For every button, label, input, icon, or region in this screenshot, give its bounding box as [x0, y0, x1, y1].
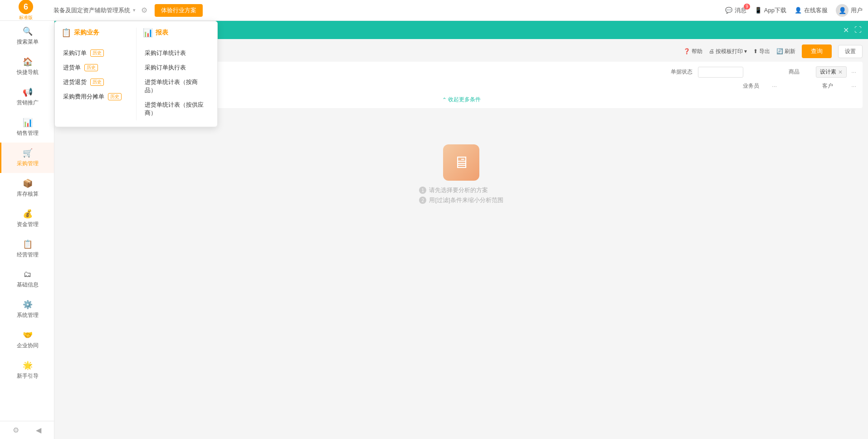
settings-button[interactable]: 设置 — [838, 45, 863, 58]
sidebar-item-label: 采购管理 — [17, 160, 39, 168]
empty-step-1: 1 请先选择要分析的方案 — [419, 186, 503, 194]
refresh-icon: 🔄 — [776, 48, 783, 54]
dropdown-item-po-stats[interactable]: 采购订单统计表 — [143, 46, 211, 60]
finance-icon: 💰 — [23, 209, 33, 219]
online-service-group[interactable]: 👤 在线客服 — [795, 6, 828, 15]
sidebar-item-enterprise[interactable]: 🤝 企业协同 — [0, 325, 54, 355]
user-label: 用户 — [851, 6, 863, 15]
online-service-label: 在线客服 — [804, 6, 828, 15]
sidebar-item-label: 搜索菜单 — [17, 38, 39, 46]
doc-status-select[interactable] — [698, 67, 743, 78]
avatar: 👤 — [836, 4, 848, 17]
step-1-label: 请先选择要分析的方案 — [429, 186, 488, 194]
dropdown-item-goods-receipt[interactable]: 进货单 历史 — [61, 60, 130, 75]
industry-solution-button[interactable]: 体验行业方案 — [155, 4, 203, 17]
history-badge-purchase-order[interactable]: 历史 — [90, 49, 104, 57]
home-icon: 🏠 — [23, 57, 33, 67]
sidebar-item-newbie[interactable]: 🌟 新手引导 — [0, 355, 54, 385]
doc-status-label: 单据状态 — [671, 68, 693, 76]
business-header-label: 采购业务 — [74, 29, 99, 37]
dropdown-item-goods-return[interactable]: 进货退货 历史 — [61, 75, 130, 89]
po-exec-label: 采购订单执行表 — [145, 64, 186, 72]
refresh-button[interactable]: 🔄 刷新 — [776, 48, 795, 55]
customer-more-icon[interactable]: ··· — [851, 83, 856, 89]
search-icon: 🔍 — [23, 26, 33, 36]
system-icon: ⚙️ — [23, 300, 33, 310]
operations-icon: 📋 — [23, 239, 33, 249]
phone-icon: 📱 — [755, 7, 762, 14]
enterprise-icon: 🤝 — [23, 330, 33, 340]
collapse-sidebar-icon[interactable]: ◀ — [36, 426, 41, 434]
tab-bar-actions: ✕ ⛶ — [841, 24, 868, 36]
print-button[interactable]: 🖨 按模板打印 ▾ — [709, 48, 747, 55]
po-stats-label: 采购订单统计表 — [145, 49, 186, 57]
logo-text: 标准版 — [19, 15, 33, 21]
sidebar-bottom: ⚙ ◀ — [0, 421, 54, 439]
messages-badge: 9 — [744, 4, 750, 10]
app-download-group[interactable]: 📱 App下载 — [755, 6, 786, 15]
dropdown-item-receipt-stats-supplier[interactable]: 进货单统计表（按供应商） — [143, 98, 211, 120]
purchase-dropdown-menu: 📋 采购业务 采购订单 历史 进货单 历史 进货退货 历史 采购费用分摊单 历史… — [54, 21, 218, 127]
empty-step-2: 2 用[过滤]条件来缩小分析范围 — [419, 196, 503, 204]
dropdown-item-po-exec[interactable]: 采购订单执行表 — [143, 60, 211, 75]
history-badge-goods-receipt[interactable]: 历史 — [84, 64, 98, 71]
sidebar-item-basic-info[interactable]: 🗂 基础信息 — [0, 264, 54, 294]
newbie-icon: 🌟 — [23, 360, 33, 370]
business-header-icon: 📋 — [61, 28, 71, 38]
purchase-order-label: 采购订单 — [63, 49, 87, 57]
basic-info-icon: 🗂 — [24, 270, 32, 279]
purchase-business-header: 📋 采购业务 — [61, 28, 130, 40]
help-button[interactable]: ❓ 帮助 — [683, 48, 702, 55]
goods-tag-remove-icon[interactable]: ✕ — [838, 69, 843, 75]
sidebar-item-system[interactable]: ⚙️ 系统管理 — [0, 294, 54, 325]
top-bar-right: 💬 消息 9 📱 App下载 👤 在线客服 👤 用户 — [725, 4, 863, 17]
empty-state-image: 🖥 — [443, 144, 479, 181]
goods-more-icon[interactable]: ··· — [851, 69, 856, 75]
sidebar-item-label: 营销推广 — [17, 99, 39, 107]
settings-bottom-icon[interactable]: ⚙ — [13, 426, 19, 434]
salesperson-more-icon[interactable]: ··· — [772, 83, 777, 89]
print-label: 按模板打印 — [716, 48, 743, 55]
avatar-icon: 👤 — [839, 7, 846, 14]
collapse-up-icon: ⌃ — [442, 97, 447, 103]
salesperson-label: 业务员 — [743, 82, 766, 90]
marketing-icon: 📢 — [23, 87, 33, 97]
dropdown-item-purchase-order[interactable]: 采购订单 历史 — [61, 46, 130, 60]
messages-icon-group[interactable]: 💬 消息 9 — [725, 6, 746, 15]
close-window-icon[interactable]: ✕ — [841, 24, 851, 36]
purchase-report-header: 📊 报表 — [143, 28, 211, 40]
step-2-num: 2 — [419, 197, 426, 204]
sidebar-item-search[interactable]: 🔍 搜索菜单 — [0, 21, 54, 51]
collapse-button[interactable]: ⌃ 收起更多条件 — [442, 96, 481, 104]
sidebar-item-quick-nav[interactable]: 🏠 快捷导航 — [0, 51, 54, 82]
history-badge-purchase-expense[interactable]: 历史 — [108, 93, 122, 100]
purchase-expense-label: 采购费用分摊单 — [63, 93, 104, 101]
dropdown-item-purchase-expense[interactable]: 采购费用分摊单 历史 — [61, 89, 130, 104]
sidebar-item-label: 快捷导航 — [17, 69, 39, 76]
app-logo: 6 标准版 — [5, 0, 46, 21]
export-icon: ⬆ — [753, 48, 758, 54]
sidebar-item-inventory[interactable]: 📦 库存核算 — [0, 173, 54, 203]
sidebar-item-sales[interactable]: 📊 销售管理 — [0, 112, 54, 143]
user-group[interactable]: 👤 用户 — [836, 4, 863, 17]
title-chevron-icon[interactable]: ▾ — [133, 7, 136, 13]
help-label: 帮助 — [692, 48, 702, 55]
message-icon: 💬 — [725, 7, 732, 14]
maximize-icon[interactable]: ⛶ — [853, 24, 863, 36]
sidebar-item-purchase[interactable]: 🛒 采购管理 — [0, 143, 54, 173]
export-button[interactable]: ⬆ 导出 — [753, 48, 770, 55]
sidebar-item-marketing[interactable]: 📢 营销推广 — [0, 82, 54, 112]
collapse-label: 收起更多条件 — [448, 96, 481, 104]
settings-icon[interactable]: ⚙ — [141, 6, 147, 15]
query-button[interactable]: 查询 — [802, 44, 832, 58]
report-header-icon: 📊 — [143, 28, 153, 38]
sidebar-item-operations[interactable]: 📋 经营管理 — [0, 234, 54, 264]
sidebar-item-label: 基础信息 — [17, 281, 39, 289]
customer-label: 客户 — [822, 82, 845, 90]
step-2-label: 用[过滤]条件来缩小分析范围 — [429, 196, 503, 204]
sidebar-item-finance[interactable]: 💰 资金管理 — [0, 203, 54, 234]
service-icon: 👤 — [795, 7, 802, 14]
history-badge-goods-return[interactable]: 历史 — [90, 79, 104, 86]
dropdown-item-receipt-stats-goods[interactable]: 进货单统计表（按商品） — [143, 75, 211, 98]
purchase-business-col: 📋 采购业务 采购订单 历史 进货单 历史 进货退货 历史 采购费用分摊单 历史 — [55, 28, 136, 120]
